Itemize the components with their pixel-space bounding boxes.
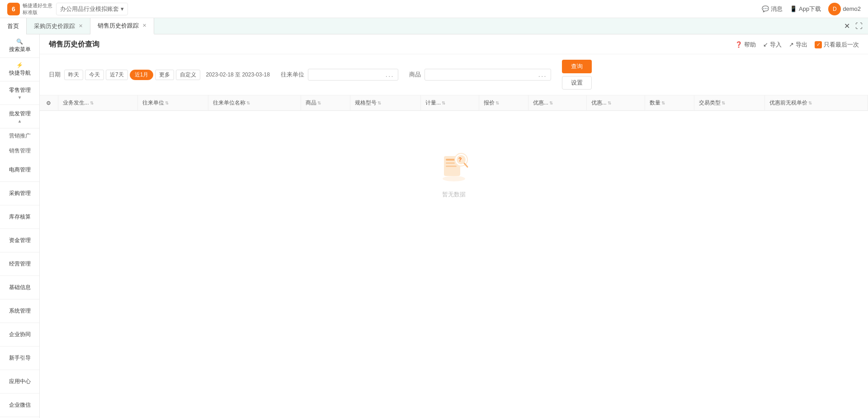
- sidebar-item-purchase[interactable]: 采购管理: [0, 182, 39, 205]
- page-title: 销售历史价查询: [49, 40, 99, 49]
- sidebar-item-marketing[interactable]: 营销推广: [0, 128, 39, 143]
- date-btn-custom[interactable]: 自定义: [176, 70, 200, 80]
- data-table: ⚙ 业务发生...⇅ 往来单位⇅ 往来单位名称⇅: [40, 95, 868, 111]
- svg-point-0: [443, 176, 465, 181]
- date-btn-7days[interactable]: 近7天: [106, 70, 128, 80]
- date-btn-1month[interactable]: 近1月: [130, 70, 154, 80]
- import-button[interactable]: ↙ 导入: [763, 41, 782, 49]
- sidebar-item-guide[interactable]: 新手引导: [0, 347, 39, 370]
- table-col-trade-type[interactable]: 交易类型⇅: [694, 95, 765, 111]
- export-button[interactable]: ↗ 导出: [789, 41, 807, 49]
- svg-rect-3: [446, 162, 455, 164]
- sidebar-item-retail[interactable]: 零售管理 ▼: [0, 81, 39, 105]
- sort-icon: ⇅: [90, 100, 94, 105]
- table-col-discount2[interactable]: 优惠...⇅: [586, 95, 645, 111]
- page-header-actions: ❓ 帮助 ↙ 导入 ↗ 导出 ✓ 只看最后一次: [735, 41, 859, 49]
- user-profile[interactable]: D demo2: [828, 3, 861, 15]
- product-picker-icon[interactable]: ...: [538, 71, 547, 79]
- product-input[interactable]: ...: [425, 69, 551, 81]
- settings-button[interactable]: 设置: [562, 76, 592, 90]
- sidebar-item-quick-nav[interactable]: ⚡ 快捷导航: [0, 58, 39, 81]
- sidebar-item-sys-mgmt[interactable]: 系统管理: [0, 299, 39, 323]
- sidebar-item-finance[interactable]: 资金管理: [0, 229, 39, 252]
- date-btn-yesterday[interactable]: 昨天: [64, 70, 83, 80]
- date-label: 日期: [49, 71, 61, 79]
- avatar: D: [828, 3, 841, 15]
- table-col-biz-date[interactable]: 业务发生...⇅: [58, 95, 137, 111]
- sort-icon-6: ⇅: [442, 100, 445, 105]
- sidebar-item-basic-info[interactable]: 基础信息: [0, 276, 39, 299]
- empty-state: ? 暂无数据: [40, 111, 868, 235]
- nav-icon: ⚡: [16, 62, 23, 68]
- import-icon: ↙: [763, 41, 768, 48]
- top-bar: 6 畅捷通好生意 标准版 办公用品行业模拟账套 ▾ 💬 消息 📱 App下载 D…: [0, 0, 868, 18]
- app-selector[interactable]: 办公用品行业模拟账套 ▾: [56, 3, 128, 15]
- sidebar-item-business[interactable]: 经营管理: [0, 252, 39, 276]
- sidebar-item-wholesale[interactable]: 批发管理 ▲: [0, 105, 39, 128]
- sort-icon-5: ⇅: [377, 100, 381, 105]
- main-layout: 🔍 搜索菜单 ⚡ 快捷导航 零售管理 ▼ 批发管理 ▲ 营销推广 销售管理 电商…: [0, 34, 868, 418]
- table-col-discount1[interactable]: 优惠...⇅: [528, 95, 586, 111]
- sidebar-item-search[interactable]: 🔍 搜索菜单: [0, 34, 39, 58]
- checkbox-checked-icon: ✓: [815, 41, 822, 48]
- table-col-quantity[interactable]: 数量⇅: [645, 95, 694, 111]
- empty-illustration: ?: [436, 147, 472, 183]
- content-area: 销售历史价查询 ❓ 帮助 ↙ 导入 ↗ 导出 ✓: [40, 34, 868, 418]
- maximize-icon[interactable]: ⛶: [855, 22, 863, 30]
- sort-icon-12: ⇅: [808, 100, 812, 105]
- tab-sales-history[interactable]: 销售历史价跟踪 ✕: [90, 18, 154, 34]
- top-bar-right: 💬 消息 📱 App下载 D demo2: [762, 3, 861, 15]
- app-download-action[interactable]: 📱 App下载: [790, 5, 821, 13]
- customer-label: 往来单位: [281, 71, 304, 79]
- last-only-checkbox[interactable]: ✓ 只看最后一次: [815, 41, 859, 49]
- retail-arrow-icon: ▼: [18, 95, 22, 100]
- wholesale-arrow-icon: ▲: [18, 119, 22, 124]
- sort-icon-8: ⇅: [549, 100, 553, 105]
- table-col-price[interactable]: 报价⇅: [479, 95, 528, 111]
- close-sales-tab-icon[interactable]: ✕: [142, 23, 146, 28]
- help-button[interactable]: ❓ 帮助: [735, 41, 756, 49]
- sort-icon-3: ⇅: [246, 100, 250, 105]
- tab-purchase-history[interactable]: 采购历史价跟踪 ✕: [27, 18, 90, 34]
- customer-picker-icon[interactable]: ...: [385, 71, 394, 79]
- table-col-spec[interactable]: 规格型号⇅: [350, 95, 421, 111]
- logo-icon: 6: [7, 3, 20, 15]
- export-icon: ↗: [789, 41, 794, 48]
- sidebar-item-sales-mgmt[interactable]: 销售管理: [0, 143, 39, 158]
- date-buttons: 昨天 今天 近7天 近1月 更多 自定义: [64, 70, 200, 80]
- sidebar-item-inventory[interactable]: 库存核算: [0, 205, 39, 229]
- page-header: 销售历史价查询 ❓ 帮助 ↙ 导入 ↗ 导出 ✓: [40, 34, 868, 54]
- table-col-gear[interactable]: ⚙: [40, 95, 58, 111]
- tab-bar: 首页 采购历史价跟踪 ✕ 销售历史价跟踪 ✕ ✕ ⛶: [0, 18, 868, 34]
- table-col-product[interactable]: 商品⇅: [301, 95, 350, 111]
- sidebar-item-app-center[interactable]: 应用中心: [0, 370, 39, 394]
- date-btn-today[interactable]: 今天: [85, 70, 104, 80]
- tab-home[interactable]: 首页: [0, 18, 27, 34]
- close-window-icon[interactable]: ✕: [844, 22, 850, 30]
- sidebar-item-coop[interactable]: 企业协同: [0, 323, 39, 347]
- empty-text: 暂无数据: [442, 190, 466, 199]
- date-btn-more[interactable]: 更多: [155, 70, 174, 80]
- table-col-unit[interactable]: 计量...⇅: [421, 95, 479, 111]
- chevron-down-icon: ▾: [121, 5, 124, 12]
- message-action[interactable]: 💬 消息: [762, 5, 783, 13]
- table-header-row: ⚙ 业务发生...⇅ 往来单位⇅ 往来单位名称⇅: [40, 95, 868, 111]
- sidebar-item-wechat[interactable]: 企业微信: [0, 394, 39, 417]
- product-label: 商品: [409, 71, 421, 79]
- query-button[interactable]: 查询: [562, 60, 592, 73]
- svg-text:?: ?: [458, 157, 462, 163]
- table-col-partner-name[interactable]: 往来单位名称⇅: [208, 95, 301, 111]
- sidebar-item-ecom[interactable]: 电商管理: [0, 158, 39, 182]
- query-actions: 查询 设置: [562, 60, 592, 90]
- filter-area: 日期 昨天 今天 近7天 近1月 更多 自定义 2023-02-18 至 202…: [40, 54, 868, 95]
- table-col-partner-code[interactable]: 往来单位⇅: [137, 95, 208, 111]
- table-col-pre-tax-price[interactable]: 优惠前无税单价⇅: [765, 95, 868, 111]
- close-purchase-tab-icon[interactable]: ✕: [79, 23, 83, 29]
- date-range-display: 2023-02-18 至 2023-03-18: [206, 71, 269, 79]
- date-filter-group: 日期 昨天 今天 近7天 近1月 更多 自定义 2023-02-18 至 202…: [49, 70, 270, 80]
- sort-icon-4: ⇅: [317, 100, 321, 105]
- sort-icon-10: ⇅: [661, 100, 665, 105]
- gear-icon[interactable]: ⚙: [46, 100, 51, 106]
- customer-input[interactable]: ...: [308, 69, 398, 81]
- top-bar-left: 6 畅捷通好生意 标准版 办公用品行业模拟账套 ▾: [7, 2, 128, 15]
